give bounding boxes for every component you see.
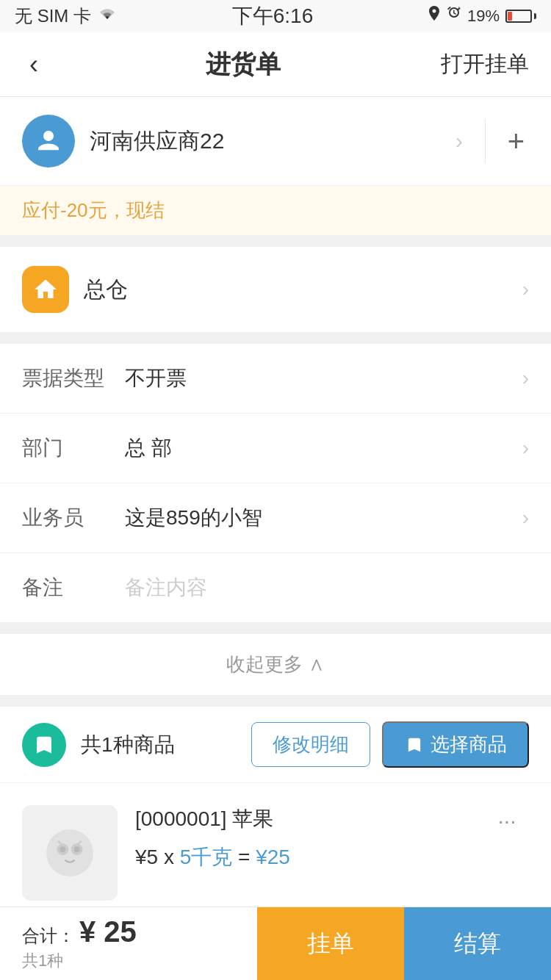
product-code: [0000001] — [135, 807, 232, 830]
select-product-button[interactable]: 选择商品 — [382, 721, 529, 768]
collapse-label: 收起更多 ∧ — [226, 653, 324, 675]
department-label: 部门 — [22, 434, 125, 462]
price-total: ¥25 — [256, 846, 290, 868]
invoice-type-row[interactable]: 票据类型 不开票 › — [0, 344, 551, 414]
salesperson-value: 这是859的小智 — [125, 504, 522, 532]
add-button[interactable]: + — [485, 119, 529, 163]
product-name: [0000001] 苹果 — [135, 805, 485, 833]
warehouse-icon — [22, 266, 69, 313]
invoice-type-value: 不开票 — [125, 364, 522, 392]
total-sub: 共1种 — [22, 950, 235, 972]
svg-point-1 — [46, 829, 93, 876]
department-value: 总 部 — [125, 434, 522, 462]
form-section: 票据类型 不开票 › 部门 总 部 › 业务员 这是859的小智 › 备注 备注… — [0, 344, 551, 622]
alarm-icon — [447, 6, 461, 26]
total-label: 合计： — [22, 924, 75, 948]
products-count: 共1种商品 — [81, 731, 251, 759]
supplier-chevron-icon: › — [455, 129, 463, 154]
warehouse-name: 总仓 — [84, 275, 522, 305]
department-chevron: › — [522, 436, 529, 460]
remark-row[interactable]: 备注 备注内容 — [0, 553, 551, 622]
product-thumbnail — [22, 805, 118, 901]
carrier-label: 无 SIM 卡 — [15, 4, 91, 28]
warehouse-row[interactable]: 总仓 › — [0, 247, 551, 332]
back-button[interactable]: ‹ — [22, 42, 46, 87]
battery-percent: 19% — [467, 7, 500, 26]
department-row[interactable]: 部门 总 部 › — [0, 414, 551, 483]
remark-label: 备注 — [22, 574, 125, 602]
total-row: 合计： ¥ 25 — [22, 915, 235, 948]
quantity: 5千克 — [180, 846, 233, 868]
status-carrier-wifi: 无 SIM 卡 — [15, 4, 118, 28]
price-equals: = — [238, 846, 256, 868]
nav-bar: ‹ 进货单 打开挂单 — [0, 32, 551, 97]
svg-point-5 — [74, 846, 80, 852]
invoice-type-chevron: › — [522, 367, 529, 390]
select-product-label: 选择商品 — [431, 732, 507, 757]
price-unit: ¥5 x — [135, 846, 180, 868]
product-price: ¥5 x 5千克 = ¥25 — [135, 843, 485, 871]
product-more-button[interactable]: ··· — [485, 805, 529, 833]
products-icon — [22, 723, 66, 767]
product-item: [0000001] 苹果 ¥5 x 5千克 = ¥25 ··· — [0, 783, 551, 923]
salesperson-row[interactable]: 业务员 这是859的小智 › — [0, 483, 551, 553]
product-info: [0000001] 苹果 ¥5 x 5千克 = ¥25 — [135, 805, 485, 871]
status-time: 下午6:16 — [232, 2, 314, 30]
supplier-avatar — [22, 115, 75, 167]
modify-detail-button[interactable]: 修改明细 — [251, 722, 370, 767]
warehouse-chevron-icon: › — [522, 278, 529, 301]
checkout-button[interactable]: 结算 — [404, 907, 551, 980]
products-header: 共1种商品 修改明细 选择商品 — [0, 707, 551, 783]
hang-button[interactable]: 挂单 — [257, 907, 404, 980]
total-section: 合计： ¥ 25 共1种 — [0, 907, 257, 980]
page-title: 进货单 — [206, 48, 281, 82]
location-icon — [428, 6, 441, 26]
invoice-type-label: 票据类型 — [22, 364, 125, 392]
svg-point-0 — [43, 131, 54, 141]
product-title: 苹果 — [232, 807, 273, 830]
battery-icon — [505, 10, 536, 23]
salesperson-label: 业务员 — [22, 504, 125, 532]
svg-point-4 — [60, 846, 65, 852]
bottom-bar: 合计： ¥ 25 共1种 挂单 结算 — [0, 907, 551, 980]
status-indicators: 19% — [428, 6, 536, 26]
supplier-row[interactable]: 河南供应商22 › + — [0, 97, 551, 186]
salesperson-chevron: › — [522, 506, 529, 530]
collapse-bar[interactable]: 收起更多 ∧ — [0, 634, 551, 695]
open-hang-button[interactable]: 打开挂单 — [441, 49, 529, 79]
supplier-name: 河南供应商22 — [90, 126, 455, 156]
notice-banner: 应付-20元，现结 — [0, 186, 551, 235]
status-bar: 无 SIM 卡 下午6:16 19% — [0, 0, 551, 32]
supplier-section: 河南供应商22 › + 应付-20元，现结 — [0, 97, 551, 235]
remark-placeholder: 备注内容 — [125, 574, 529, 602]
total-amount: ¥ 25 — [79, 915, 137, 948]
wifi-icon — [97, 6, 118, 26]
products-section: 共1种商品 修改明细 选择商品 — [0, 707, 551, 923]
